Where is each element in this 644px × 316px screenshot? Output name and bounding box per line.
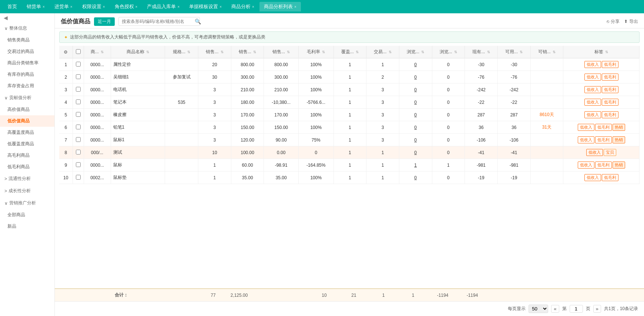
close-icon[interactable]: ×: [70, 5, 73, 9]
col-tags[interactable]: 标签 ⇅: [563, 46, 640, 58]
sidebar-item-low-coverage[interactable]: 低覆盖度商品: [0, 138, 54, 150]
search-icon[interactable]: 🔍: [195, 18, 201, 24]
row-checkbox[interactable]: [76, 175, 81, 180]
row-browse1[interactable]: 0: [399, 84, 432, 96]
sidebar-section-liquidity[interactable]: > 流通性分析: [0, 173, 54, 185]
sidebar-item-inventory-value[interactable]: 库存资金占用: [0, 80, 54, 92]
row-name[interactable]: 铅笔1: [111, 121, 165, 134]
sidebar-section-overall[interactable]: ∨ 整体信息: [0, 22, 54, 34]
sidebar-item-in-stock[interactable]: 有库存的商品: [0, 69, 54, 80]
row-browse1[interactable]: 0: [399, 96, 432, 109]
row-name[interactable]: 吴细细1: [111, 71, 165, 84]
close-icon[interactable]: ×: [103, 5, 105, 9]
close-icon[interactable]: ×: [43, 5, 45, 9]
col-sales2[interactable]: 销售... ⇅: [231, 46, 264, 58]
row-checkbox[interactable]: [76, 112, 81, 117]
row-browse1[interactable]: 0: [399, 171, 432, 184]
first-page-btn[interactable]: «: [551, 305, 559, 313]
close-icon[interactable]: ×: [252, 5, 254, 9]
sidebar-item-category-sales-rate[interactable]: 商品分类销售率: [0, 57, 54, 69]
sidebar-item-high-value[interactable]: 高价值商品: [0, 104, 54, 115]
total-browse2: 1: [398, 293, 428, 298]
row-checkbox[interactable]: [76, 137, 81, 142]
row-name[interactable]: 鼠标: [111, 159, 165, 171]
nav-sales-order[interactable]: 销货单 ×: [22, 2, 49, 11]
row-browse1[interactable]: 0: [399, 121, 432, 134]
nav-product-inbound[interactable]: 产成品入库单 ×: [142, 2, 184, 11]
nav-template-settings[interactable]: 单据模板设置 ×: [185, 2, 226, 11]
col-sales1[interactable]: 销售... ⇅: [198, 46, 231, 58]
sidebar-item-sales-products[interactable]: 销售类商品: [0, 34, 54, 46]
select-all-checkbox[interactable]: [76, 49, 81, 54]
nav-product-analysis-list[interactable]: 商品分析列表 ×: [259, 2, 301, 11]
chevron-right-icon: >: [4, 176, 7, 181]
row-name[interactable]: 笔记本: [111, 96, 165, 109]
nav-home[interactable]: 首页: [3, 2, 21, 11]
row-name[interactable]: 鼠标1: [111, 134, 165, 146]
row-checkbox[interactable]: [76, 125, 81, 129]
tag: 热销: [613, 136, 625, 143]
period-button[interactable]: 近一月: [94, 17, 115, 26]
sidebar-section-contribution[interactable]: ∨ 贡献值分析: [0, 92, 54, 104]
row-name[interactable]: 属性定价: [111, 58, 165, 71]
nav-role-auth[interactable]: 角色授权 ×: [110, 2, 142, 11]
sidebar-item-new-products[interactable]: 新品: [0, 221, 54, 232]
col-stock3[interactable]: 可销... ⇅: [530, 46, 563, 58]
row-cover: 1: [333, 109, 366, 121]
row-name[interactable]: 测试: [111, 146, 165, 159]
row-checkbox[interactable]: [76, 162, 81, 167]
row-browse1[interactable]: 0: [399, 146, 432, 159]
sidebar-item-high-coverage[interactable]: 高覆盖度商品: [0, 127, 54, 138]
share-button[interactable]: ⎋ 分享: [607, 18, 620, 25]
row-checkbox[interactable]: [76, 87, 81, 92]
row-checkbox[interactable]: [76, 99, 81, 104]
row-checkbox[interactable]: [76, 74, 81, 79]
nav-product-analysis[interactable]: 商品分析 ×: [227, 2, 259, 11]
per-page-select[interactable]: 50 100 200: [529, 305, 548, 313]
col-name[interactable]: 商品名称 ⇅: [111, 46, 165, 58]
sidebar-section-growth[interactable]: > 成长性分析: [0, 185, 54, 197]
sidebar-item-traded-products[interactable]: 交易过的商品: [0, 46, 54, 57]
col-trade[interactable]: 交易... ⇅: [366, 46, 399, 58]
col-gross[interactable]: 毛利率 ⇅: [298, 46, 333, 58]
total-values: 77 2,125.00 10 21 1 1 -1194 -1194: [135, 293, 487, 298]
export-button[interactable]: ⬆ 导出: [624, 18, 638, 25]
col-cover[interactable]: 覆盖... ⇅: [333, 46, 366, 58]
col-sales3[interactable]: 销售... ⇅: [264, 46, 299, 58]
col-stock1[interactable]: 现有... ⇅: [465, 46, 498, 58]
row-checkbox[interactable]: [76, 62, 81, 67]
row-name[interactable]: 鼠标垫: [111, 171, 165, 184]
row-name[interactable]: 电话机: [111, 84, 165, 96]
page-number-input[interactable]: [570, 305, 583, 313]
row-browse1[interactable]: 0: [399, 134, 432, 146]
close-icon[interactable]: ×: [294, 5, 296, 9]
row-sales1: 30: [198, 71, 231, 84]
sidebar-item-low-margin[interactable]: 低毛利商品: [0, 161, 54, 173]
nav-purchase-order[interactable]: 进货单 ×: [50, 2, 77, 11]
col-browse2[interactable]: 浏览... ⇅: [432, 46, 465, 58]
col-code[interactable]: 商... ⇅: [84, 46, 111, 58]
row-sales3: 0.00: [264, 146, 299, 159]
sidebar-section-marketing[interactable]: ∨ 营销推广分析: [0, 197, 54, 209]
row-browse1[interactable]: 0: [399, 109, 432, 121]
sidebar-item-all-products[interactable]: 全部商品: [0, 209, 54, 221]
nav-permission-settings[interactable]: 权限设置 ×: [78, 2, 110, 11]
search-input[interactable]: [118, 17, 200, 26]
sidebar-item-low-value[interactable]: 低价值商品: [0, 115, 54, 127]
row-name[interactable]: 橡皮擦: [111, 109, 165, 121]
col-spec[interactable]: 规格... ⇅: [165, 46, 198, 58]
col-stock2[interactable]: 可用... ⇅: [497, 46, 530, 58]
row-browse1[interactable]: 0: [399, 58, 432, 71]
row-trade: 3: [366, 84, 399, 96]
settings-column[interactable]: ⚙: [59, 46, 73, 58]
next-page-btn[interactable]: »: [593, 305, 601, 313]
close-icon[interactable]: ×: [135, 5, 138, 9]
close-icon[interactable]: ×: [177, 5, 180, 9]
sidebar-collapse-btn[interactable]: ◀: [2, 15, 9, 21]
row-browse1[interactable]: 0: [399, 71, 432, 84]
col-browse1[interactable]: 浏览... ⇅: [399, 46, 432, 58]
sidebar-item-high-margin[interactable]: 高毛利商品: [0, 150, 54, 161]
close-icon[interactable]: ×: [219, 5, 222, 9]
row-browse1[interactable]: 1: [399, 159, 432, 171]
row-checkbox[interactable]: [76, 150, 81, 154]
